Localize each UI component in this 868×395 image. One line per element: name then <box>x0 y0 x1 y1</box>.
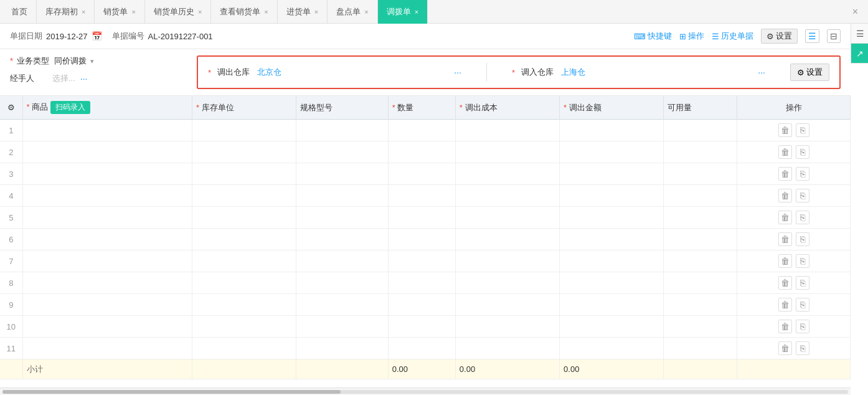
copy-row-icon[interactable]: ⎘ <box>796 167 809 181</box>
copy-row-icon[interactable]: ⎘ <box>796 254 809 268</box>
delete-row-icon[interactable]: 🗑 <box>778 254 792 268</box>
sidebar-export-icon[interactable]: ↗ <box>851 44 868 64</box>
history-btn[interactable]: ☰ 历史单据 <box>712 31 753 42</box>
col-amount: 调出金额 <box>560 96 664 120</box>
tab-home[interactable]: 首页 <box>2 0 37 24</box>
subtotal-row: 小计 0.00 0.00 0.00 <box>0 359 851 379</box>
scan-button[interactable]: 扫码录入 <box>50 101 90 114</box>
sidebar-list-icon[interactable]: ☰ <box>851 24 868 44</box>
date-field: 单据日期 2019-12-27 📅 <box>10 31 102 42</box>
delete-row-icon[interactable]: 🗑 <box>778 123 792 137</box>
table-header-row: ⚙ 商品 扫码录入 库存单位 规格型号 数量 调出成本 调出金额 可用量 操作 <box>0 96 851 120</box>
scrollbar-thumb[interactable] <box>2 390 341 394</box>
copy-row-icon[interactable]: ⎘ <box>796 189 809 202</box>
delete-row-icon[interactable]: 🗑 <box>778 232 792 246</box>
delete-row-icon[interactable]: 🗑 <box>778 211 792 224</box>
copy-row-icon[interactable]: ⎘ <box>796 145 809 159</box>
close-transfer[interactable]: × <box>415 8 418 16</box>
tab-transfer[interactable]: 调拨单 × <box>378 0 428 24</box>
toolbar-right: ⌨ 快捷键 ⊞ 操作 ☰ 历史单据 ⚙ 设置 ☰ ⊟ <box>634 29 841 44</box>
copy-row-icon[interactable]: ⎘ <box>796 320 809 333</box>
table-row: 2 🗑⎘ <box>0 141 851 163</box>
subtotal-cost: 0.00 <box>455 359 559 379</box>
number-field: 单据编号 AL-20191227-001 <box>112 31 213 42</box>
business-type-select[interactable]: 同价调拨 ▾ <box>54 55 129 67</box>
delete-row-icon[interactable]: 🗑 <box>778 189 792 202</box>
operations-icon: ⊞ <box>679 32 686 41</box>
table-row: 8 🗑⎘ <box>0 272 851 294</box>
handler-placeholder[interactable]: 选择... <box>52 73 75 84</box>
close-purchase[interactable]: × <box>314 8 318 16</box>
toolbar-row: 单据日期 2019-12-27 📅 单据编号 AL-20191227-001 ⌨… <box>0 24 851 49</box>
shortcuts-icon: ⌨ <box>634 32 646 41</box>
tab-sales-history[interactable]: 销货单历史 × <box>145 0 211 24</box>
table-row: 10 🗑⎘ <box>0 316 851 338</box>
layout-icon-1[interactable]: ☰ <box>805 29 819 43</box>
close-inventory-init[interactable]: × <box>82 8 85 16</box>
copy-row-icon[interactable]: ⎘ <box>796 276 809 290</box>
close-sales-order[interactable]: × <box>131 8 135 16</box>
history-icon: ☰ <box>712 32 719 41</box>
table-row: 1 🗑⎘ <box>0 120 851 141</box>
tab-view-sales[interactable]: 查看销货单 × <box>211 0 277 24</box>
transfer-in-more[interactable]: ··· <box>758 67 765 77</box>
business-type-field: * 业务类型 同价调拨 ▾ <box>10 55 184 67</box>
handler-more-icon[interactable]: ··· <box>80 74 88 83</box>
warehouse-settings-btn[interactable]: ⚙ 设置 <box>790 64 829 81</box>
subtotal-label: 小计 <box>22 359 192 379</box>
copy-row-icon[interactable]: ⎘ <box>796 123 809 137</box>
main-content: 单据日期 2019-12-27 📅 单据编号 AL-20191227-001 ⌨… <box>0 24 851 395</box>
calendar-icon[interactable]: 📅 <box>92 31 102 41</box>
form-area: * 业务类型 同价调拨 ▾ 经手人 选择... ··· * 调出仓库 <box>0 49 851 96</box>
tab-inventory-init[interactable]: 库存期初 × <box>37 0 95 24</box>
tab-sales-order[interactable]: 销货单 × <box>95 0 144 24</box>
tab-bar: 首页 库存期初 × 销货单 × 销货单历史 × 查看销货单 × 进货单 × 盘点… <box>0 0 868 24</box>
delete-row-icon[interactable]: 🗑 <box>778 145 792 159</box>
close-view-sales[interactable]: × <box>264 8 268 16</box>
form-left: * 业务类型 同价调拨 ▾ 经手人 选择... ··· <box>10 55 184 84</box>
close-inventory-check[interactable]: × <box>364 8 368 16</box>
horizontal-scrollbar[interactable] <box>0 388 851 395</box>
col-settings[interactable]: ⚙ <box>0 96 22 120</box>
warehouse-divider <box>486 63 487 82</box>
delete-row-icon[interactable]: 🗑 <box>778 341 792 355</box>
settings-btn[interactable]: ⚙ 设置 <box>761 29 798 44</box>
table-row: 5 🗑⎘ <box>0 207 851 229</box>
scrollbar-track[interactable] <box>2 390 848 394</box>
table-row: 7 🗑⎘ <box>0 250 851 272</box>
close-all-tabs[interactable]: × <box>845 6 866 17</box>
shortcuts-btn[interactable]: ⌨ 快捷键 <box>634 31 672 42</box>
tab-inventory-check[interactable]: 盘点单 × <box>328 0 377 24</box>
table-row: 6 🗑⎘ <box>0 229 851 250</box>
warehouse-highlight-box: * 调出仓库 北京仓 ··· * 调入仓库 上海仓 ··· ⚙ 设置 <box>197 55 841 89</box>
subtotal-amount: 0.00 <box>560 359 664 379</box>
operations-btn[interactable]: ⊞ 操作 <box>679 31 704 42</box>
copy-row-icon[interactable]: ⎘ <box>796 298 809 312</box>
subtotal-quantity: 0.00 <box>388 359 455 379</box>
delete-row-icon[interactable]: 🗑 <box>778 276 792 290</box>
col-cost: 调出成本 <box>455 96 559 120</box>
table-container: ⚙ 商品 扫码录入 库存单位 规格型号 数量 调出成本 调出金额 可用量 操作 <box>0 96 851 388</box>
table-row: 4 🗑⎘ <box>0 185 851 207</box>
delete-row-icon[interactable]: 🗑 <box>778 320 792 333</box>
right-sidebar: ☰ ↗ <box>851 24 868 64</box>
transfer-out-field: * 调出仓库 北京仓 ··· <box>208 67 461 78</box>
gear-icon: ⚙ <box>797 68 804 77</box>
tab-purchase[interactable]: 进货单 × <box>278 0 328 24</box>
close-sales-history[interactable]: × <box>198 8 202 16</box>
delete-row-icon[interactable]: 🗑 <box>778 298 792 312</box>
copy-row-icon[interactable]: ⎘ <box>796 232 809 246</box>
transfer-out-more[interactable]: ··· <box>454 67 461 77</box>
transfer-table: ⚙ 商品 扫码录入 库存单位 规格型号 数量 调出成本 调出金额 可用量 操作 <box>0 96 851 379</box>
layout-icon-2[interactable]: ⊟ <box>827 29 841 43</box>
handler-field: 经手人 选择... ··· <box>10 73 184 84</box>
table-row-11: 11 🗑⎘ <box>0 338 851 359</box>
col-spec: 规格型号 <box>296 96 389 120</box>
col-ops: 操作 <box>737 96 851 120</box>
copy-row-icon[interactable]: ⎘ <box>796 341 809 355</box>
copy-row-icon[interactable]: ⎘ <box>796 211 809 224</box>
col-available: 可用量 <box>664 96 737 120</box>
transfer-in-field: * 调入仓库 上海仓 ··· <box>512 67 765 78</box>
delete-row-icon[interactable]: 🗑 <box>778 167 792 181</box>
dropdown-icon[interactable]: ▾ <box>90 57 94 65</box>
